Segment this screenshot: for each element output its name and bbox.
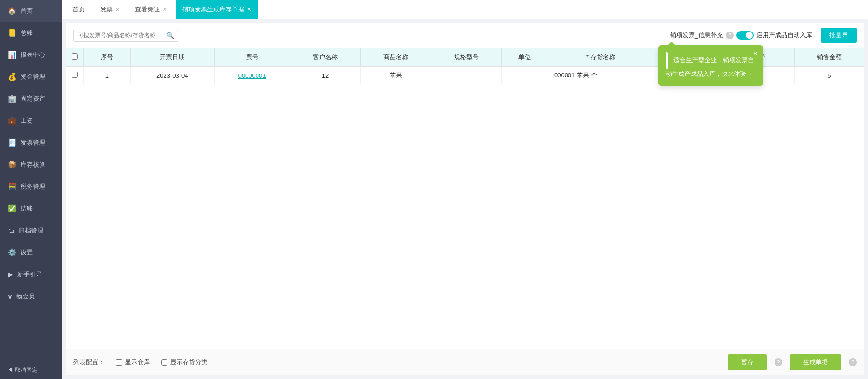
- header-amount: 销售金额: [794, 48, 864, 67]
- bottom-actions: 暂存 ? 生成单据 ?: [728, 354, 857, 370]
- show-warehouse-checkbox[interactable]: [116, 359, 122, 366]
- pin-icon: ◀: [8, 367, 13, 373]
- row-number[interactable]: 00000001: [214, 67, 290, 84]
- sidebar-item-reports[interactable]: 📊 报表中心: [0, 44, 62, 66]
- sidebar-item-invoice[interactable]: 🧾 发票管理: [0, 132, 62, 154]
- row-spec: [431, 67, 502, 84]
- info-help-icon[interactable]: ?: [726, 32, 734, 39]
- tooltip-popup: ✕ 适合生产型企业，销项发票自动生成产成品入库，快来体验～: [658, 45, 763, 86]
- header-spec: 规格型号: [431, 48, 502, 67]
- sidebar-item-ledger[interactable]: 📒 总账: [0, 22, 62, 44]
- tab-bar: 首页 发票 ✕ 查看凭证 ✕ 销项发票生成库存单据 ✕: [62, 0, 868, 19]
- header-customer: 客户名称: [290, 48, 361, 67]
- sidebar-item-label: 新手引导: [17, 270, 42, 279]
- header-seq: 序号: [84, 48, 131, 67]
- row-seq: 1: [84, 67, 131, 84]
- header-product: 商品名称: [361, 48, 431, 67]
- tab-voucher[interactable]: 查看凭证 ✕: [128, 0, 174, 19]
- row-unit: [502, 67, 548, 84]
- search-box[interactable]: 🔍: [73, 30, 178, 42]
- show-warehouse-text: 显示仓库: [125, 358, 150, 367]
- home-icon: 🏠: [8, 7, 17, 15]
- row-checkbox-cell: [66, 67, 84, 84]
- tab-inventory-form-close[interactable]: ✕: [247, 6, 251, 12]
- toolbar-info: 销项发票_信息补充 ? ✕ 适合生产型企业，销项发票自动生成产成品入库，快来体验…: [670, 28, 857, 43]
- show-warehouse-label[interactable]: 显示仓库: [116, 358, 150, 367]
- sidebar-item-label: 报表中心: [21, 51, 45, 59]
- generate-button[interactable]: 生成单据: [790, 354, 841, 370]
- settlement-icon: ✅: [8, 204, 17, 213]
- unpin-label: 取消固定: [15, 367, 38, 373]
- tab-voucher-close[interactable]: ✕: [163, 6, 167, 12]
- sidebar-item-label: 工资: [21, 116, 33, 125]
- fund-icon: 💰: [8, 73, 17, 81]
- sidebar-item-guide[interactable]: ▶ 新手引导: [0, 263, 62, 285]
- row-inventory[interactable]: 000001 苹果 个: [548, 67, 653, 84]
- show-category-label[interactable]: 显示存货分类: [161, 358, 207, 367]
- ticket-number-link[interactable]: 00000001: [238, 72, 266, 79]
- table-wrap: 序号 开票日期 票号 客户名称 商品名称 规格型号 单位 * 存货名称 数量 销…: [66, 48, 864, 349]
- sidebar-item-inventory[interactable]: 📦 库存核算: [0, 154, 62, 176]
- toolbar: 🔍 销项发票_信息补充 ? ✕ 适合生产型企业，销项发票自动生成产成品入库，快来…: [66, 23, 864, 48]
- toggle-container: ✕ 适合生产型企业，销项发票自动生成产成品入库，快来体验～: [736, 31, 754, 40]
- tab-home[interactable]: 首页: [66, 0, 92, 19]
- sidebar-item-label: 畅会员: [16, 292, 35, 301]
- show-category-checkbox[interactable]: [161, 359, 167, 366]
- tab-inventory-form[interactable]: 销项发票生成库存单据 ✕: [176, 0, 258, 19]
- sidebar-item-salary[interactable]: 💼 工资: [0, 110, 62, 132]
- tab-invoice-close[interactable]: ✕: [115, 6, 120, 12]
- tax-icon: 🧮: [8, 182, 17, 191]
- row-date: 2023-03-04: [130, 67, 214, 84]
- sidebar-item-settings[interactable]: ⚙️ 设置: [0, 242, 62, 263]
- sidebar-item-settlement[interactable]: ✅ 结账: [0, 198, 62, 220]
- search-icon: 🔍: [166, 32, 174, 39]
- header-unit: 单位: [502, 48, 548, 67]
- sidebar-item-label: 首页: [21, 7, 33, 15]
- archive-icon: 🗂: [8, 227, 15, 235]
- sidebar-item-archive[interactable]: 🗂 归档管理: [0, 220, 62, 242]
- generate-help-icon[interactable]: ?: [849, 358, 857, 366]
- page-content: 🔍 销项发票_信息补充 ? ✕ 适合生产型企业，销项发票自动生成产成品入库，快来…: [66, 23, 864, 375]
- row-amount: 5: [794, 67, 864, 84]
- sidebar-item-home[interactable]: 🏠 首页: [0, 0, 62, 22]
- sidebar-item-assets[interactable]: 🏢 固定资产: [0, 88, 62, 110]
- tab-voucher-label: 查看凭证: [135, 5, 160, 14]
- header-number: 票号: [214, 48, 290, 67]
- sidebar-item-fund[interactable]: 💰 资金管理: [0, 66, 62, 88]
- tab-home-label: 首页: [72, 5, 85, 14]
- search-input[interactable]: [78, 32, 164, 39]
- sidebar-item-label: 税务管理: [21, 182, 45, 191]
- tooltip-text: 适合生产型企业，销项发票自动生成产成品入库，快来体验～: [666, 56, 754, 77]
- row-customer: 12: [290, 67, 361, 84]
- reports-icon: 📊: [8, 51, 17, 59]
- sidebar-item-label: 发票管理: [21, 138, 45, 147]
- sidebar-item-label: 归档管理: [19, 226, 43, 235]
- sidebar-item-member[interactable]: V 畅会员: [0, 285, 62, 307]
- toggle-label: 启用产成品自动入库: [756, 31, 812, 40]
- show-category-text: 显示存货分类: [170, 358, 207, 367]
- guide-icon: ▶: [8, 270, 13, 279]
- row-checkbox[interactable]: [72, 72, 78, 78]
- save-help-icon[interactable]: ?: [775, 358, 782, 366]
- settings-icon: ⚙️: [8, 248, 17, 257]
- batch-button[interactable]: 批量导: [821, 28, 857, 43]
- sidebar-item-tax[interactable]: 🧮 税务管理: [0, 176, 62, 198]
- tooltip-close-button[interactable]: ✕: [753, 48, 758, 59]
- row-product: 苹果: [361, 67, 431, 84]
- list-config-label: 列表配置：: [73, 358, 104, 367]
- save-button[interactable]: 暂存: [728, 354, 767, 370]
- bottom-bar: 列表配置： 显示仓库 显示存货分类 暂存 ? 生成单据 ?: [66, 349, 864, 375]
- invoice-icon: 🧾: [8, 138, 17, 147]
- header-checkbox-col: [66, 48, 84, 67]
- assets-icon: 🏢: [8, 95, 17, 103]
- header-date: 开票日期: [130, 48, 214, 67]
- sidebar-pin-toggle[interactable]: ◀ 取消固定: [0, 361, 62, 379]
- auto-warehouse-toggle[interactable]: [736, 31, 754, 40]
- inventory-icon: 📦: [8, 160, 17, 169]
- tab-invoice[interactable]: 发票 ✕: [93, 0, 126, 19]
- sidebar-item-label: 库存核算: [21, 160, 45, 169]
- info-label: 销项发票_信息补充: [670, 31, 723, 40]
- select-all-checkbox[interactable]: [72, 53, 78, 60]
- tooltip-bar: [666, 52, 668, 69]
- tab-inventory-form-label: 销项发票生成库存单据: [182, 5, 244, 14]
